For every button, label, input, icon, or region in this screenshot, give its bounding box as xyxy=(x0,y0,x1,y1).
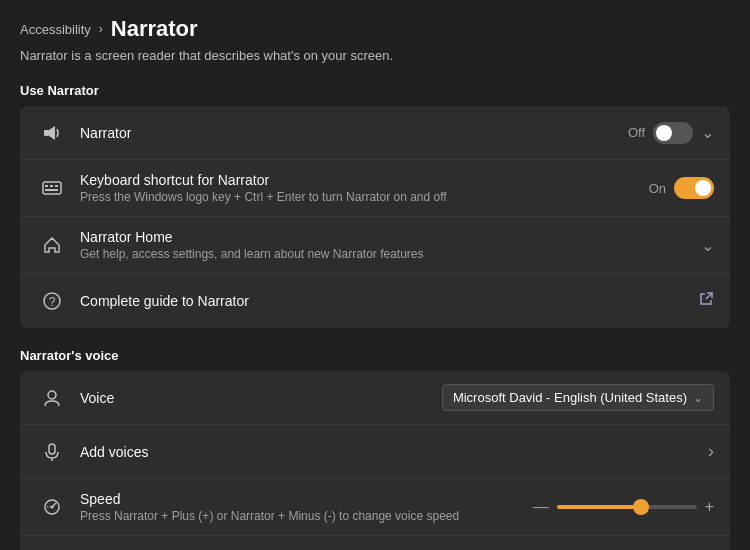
narrator-toggle[interactable] xyxy=(653,122,693,144)
add-voices-content: Add voices xyxy=(80,444,708,460)
keyboard-icon xyxy=(36,180,68,196)
speaker-icon xyxy=(36,123,68,143)
keyboard-toggle-label: On xyxy=(649,181,666,196)
speed-slider-container[interactable]: — + xyxy=(533,498,714,516)
use-narrator-section-title: Use Narrator xyxy=(20,83,730,98)
svg-rect-4 xyxy=(50,185,53,187)
question-icon: ? xyxy=(36,291,68,311)
voice-dropdown-control[interactable]: Microsoft David - English (United States… xyxy=(442,384,714,411)
speed-slider-control[interactable]: — + xyxy=(533,498,714,516)
narrator-home-chevron-icon: ⌄ xyxy=(701,236,714,255)
speed-subtitle: Press Narrator + Plus (+) or Narrator + … xyxy=(80,509,533,523)
breadcrumb-separator: › xyxy=(99,22,103,36)
speed-slider-track[interactable] xyxy=(557,505,697,509)
speed-slider-fill xyxy=(557,505,641,509)
narrator-row-control[interactable]: Off ⌄ xyxy=(628,122,714,144)
add-voices-chevron-icon: › xyxy=(708,441,714,462)
voice-content: Voice xyxy=(80,390,442,406)
narrator-home-row[interactable]: Narrator Home Get help, access settings,… xyxy=(20,217,730,274)
svg-point-15 xyxy=(51,506,54,509)
narrator-row[interactable]: Narrator Off ⌄ xyxy=(20,106,730,160)
speed-slider-thumb[interactable] xyxy=(633,499,649,515)
keyboard-shortcut-title: Keyboard shortcut for Narrator xyxy=(80,172,649,188)
page-description: Narrator is a screen reader that describ… xyxy=(20,48,730,63)
narrator-home-chevron[interactable]: ⌄ xyxy=(701,236,714,255)
breadcrumb-accessibility[interactable]: Accessibility xyxy=(20,22,91,37)
narrator-row-title: Narrator xyxy=(80,125,628,141)
svg-point-9 xyxy=(48,391,56,399)
narrator-row-content: Narrator xyxy=(80,125,628,141)
keyboard-toggle-control[interactable]: On xyxy=(649,177,714,199)
svg-rect-10 xyxy=(49,444,55,454)
narrator-voice-section-title: Narrator's voice xyxy=(20,348,730,363)
page-title: Narrator xyxy=(111,16,198,42)
speed-content: Speed Press Narrator + Plus (+) or Narra… xyxy=(80,491,533,523)
external-link-icon xyxy=(698,291,714,311)
voice-dropdown-value: Microsoft David - English (United States… xyxy=(453,390,687,405)
complete-guide-external[interactable] xyxy=(698,291,714,311)
narrator-home-content: Narrator Home Get help, access settings,… xyxy=(80,229,701,261)
keyboard-shortcut-content: Keyboard shortcut for Narrator Press the… xyxy=(80,172,649,204)
svg-rect-6 xyxy=(45,189,58,191)
voice-title: Voice xyxy=(80,390,442,406)
narrator-voice-group: Voice Microsoft David - English (United … xyxy=(20,371,730,550)
svg-text:?: ? xyxy=(49,295,56,309)
complete-guide-row[interactable]: ? Complete guide to Narrator xyxy=(20,274,730,328)
breadcrumb: Accessibility › Narrator xyxy=(20,16,730,42)
complete-guide-title: Complete guide to Narrator xyxy=(80,293,698,309)
speed-row[interactable]: Speed Press Narrator + Plus (+) or Narra… xyxy=(20,479,730,536)
voice-row[interactable]: Voice Microsoft David - English (United … xyxy=(20,371,730,425)
add-voices-row[interactable]: Add voices › xyxy=(20,425,730,479)
use-narrator-group: Narrator Off ⌄ xyxy=(20,106,730,328)
narrator-chevron-icon[interactable]: ⌄ xyxy=(701,123,714,142)
keyboard-shortcut-subtitle: Press the Windows logo key + Ctrl + Ente… xyxy=(80,190,649,204)
narrator-home-title: Narrator Home xyxy=(80,229,701,245)
complete-guide-content: Complete guide to Narrator xyxy=(80,293,698,309)
speed-icon xyxy=(36,497,68,517)
person-icon xyxy=(36,388,68,408)
add-voices-title: Add voices xyxy=(80,444,708,460)
keyboard-toggle[interactable] xyxy=(674,177,714,199)
svg-rect-2 xyxy=(43,182,61,194)
keyboard-shortcut-row[interactable]: Keyboard shortcut for Narrator Press the… xyxy=(20,160,730,217)
svg-rect-3 xyxy=(45,185,48,187)
add-voices-arrow[interactable]: › xyxy=(708,441,714,462)
voice-dropdown[interactable]: Microsoft David - English (United States… xyxy=(442,384,714,411)
svg-rect-5 xyxy=(55,185,58,187)
narrator-home-subtitle: Get help, access settings, and learn abo… xyxy=(80,247,701,261)
microphone-icon xyxy=(36,442,68,462)
speed-plus-icon[interactable]: + xyxy=(705,498,714,516)
voice-dropdown-arrow-icon: ⌄ xyxy=(693,391,703,405)
narrator-toggle-label: Off xyxy=(628,125,645,140)
svg-marker-1 xyxy=(49,126,55,140)
speed-title: Speed xyxy=(80,491,533,507)
pitch-row[interactable]: Pitch — + xyxy=(20,536,730,550)
speed-minus-icon[interactable]: — xyxy=(533,498,549,516)
home-icon xyxy=(36,235,68,255)
svg-rect-0 xyxy=(44,130,49,136)
